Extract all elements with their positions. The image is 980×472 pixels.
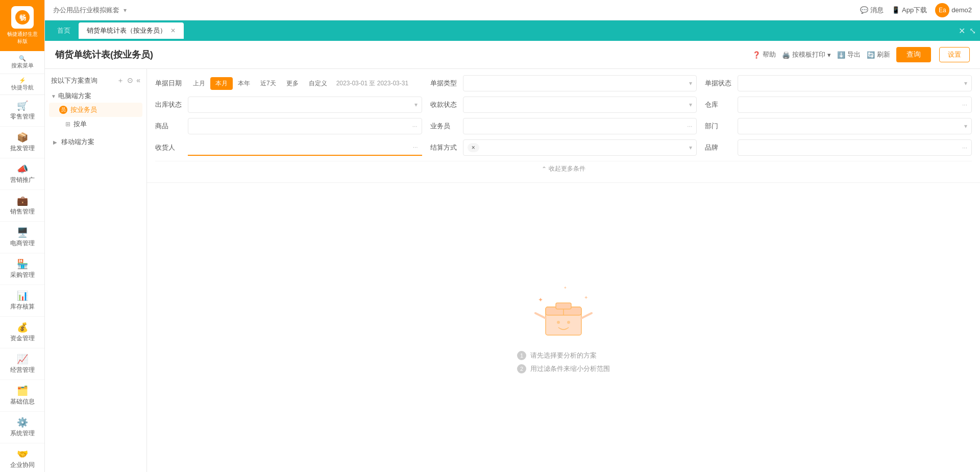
export-icon: ⬇️: [837, 51, 845, 59]
refresh-label: 刷新: [877, 50, 890, 59]
tab-home[interactable]: 首页: [49, 22, 79, 39]
wholesale-label: 批发管理: [10, 144, 35, 153]
date-tab-7days[interactable]: 近7天: [255, 77, 281, 90]
empty-steps: 1 请先选择要分析的方案 2 用过滤条件来缩小分析范围: [517, 351, 610, 373]
sales-label: 销售管理: [10, 207, 35, 216]
date-tab-custom[interactable]: 自定义: [304, 77, 332, 90]
filter-goods: 商品 ···: [155, 118, 422, 134]
collapse-btn[interactable]: ⌃ 收起更多条件: [155, 161, 972, 176]
dept-control[interactable]: ▾: [738, 118, 972, 134]
refresh-btn[interactable]: 🔄 刷新: [867, 50, 890, 59]
add-scheme-btn[interactable]: ＋: [117, 76, 124, 85]
goods-control[interactable]: ···: [188, 118, 422, 134]
order-scheme-icon: ⊞: [65, 121, 70, 128]
payment-status-chevron: ▾: [689, 101, 692, 108]
scheme-item-by-order[interactable]: ⊞ 按单: [49, 117, 142, 131]
export-btn[interactable]: ⬇️ 导出: [837, 50, 861, 59]
svg-text:✦: ✦: [584, 295, 588, 300]
out-status-control[interactable]: ▾: [188, 97, 422, 113]
date-tab-this-year[interactable]: 本年: [233, 77, 255, 90]
order-scheme-label: 按单: [74, 120, 87, 129]
step-2-text: 用过滤条件来缩小分析范围: [530, 364, 610, 373]
collapse-panel-btn[interactable]: «: [136, 76, 140, 85]
sidebar-item-basic[interactable]: 🗂️ 基础信息: [0, 380, 44, 412]
filter-row-3: 商品 ··· 业务员 ··· 部门: [155, 118, 972, 134]
filter-row-4: 收货人 ··· 结算方式 × ▾: [155, 139, 972, 156]
ecommerce-label: 电商管理: [10, 239, 35, 248]
brand-label: 品牌: [705, 143, 733, 152]
scheme-group-mobile[interactable]: ▶ 移动端方案: [45, 135, 146, 149]
sidebar-item-inventory[interactable]: 📊 库存核算: [0, 285, 44, 317]
tab-home-label: 首页: [57, 26, 70, 35]
tab-sales-stats[interactable]: 销货单统计表（按业务员） ✕: [79, 22, 184, 39]
main-area: 办公用品行业模拟账套 ▾ 💬 消息 📱 App下载 Ea demo2 首页: [45, 0, 980, 472]
doc-type-control[interactable]: ▾: [463, 75, 697, 91]
app-download-btn[interactable]: 📱 App下载: [892, 6, 927, 15]
tab-close-btn[interactable]: ✕: [170, 28, 176, 34]
help-btn[interactable]: ❓ 帮助: [752, 50, 776, 59]
brand-control[interactable]: ···: [738, 139, 972, 156]
user-menu[interactable]: Ea demo2: [935, 3, 972, 17]
content-area: 销货单统计表(按业务员) ❓ 帮助 🖨️ 按模板打印 ▾ ⬇️ 导出 🔄 刷: [45, 41, 980, 472]
settlement-label: 结算方式: [430, 143, 459, 152]
settlement-tag: ×: [468, 143, 479, 152]
expand-icon[interactable]: ⤡: [969, 26, 976, 36]
export-label: 导出: [847, 50, 861, 59]
settlement-tag-x[interactable]: ×: [472, 144, 475, 151]
message-label: 消息: [870, 6, 884, 15]
payment-status-control[interactable]: ▾: [463, 97, 697, 113]
print-icon: 🖨️: [782, 51, 790, 59]
sidebar-item-marketing[interactable]: 📣 营销推广: [0, 158, 44, 190]
sidebar-search[interactable]: 🔍 搜索菜单: [0, 51, 44, 74]
sales-icon: 💼: [17, 195, 28, 206]
sidebar-item-system[interactable]: ⚙️ 系统管理: [0, 412, 44, 443]
enterprise-icon: 🤝: [17, 449, 28, 460]
top-menu-dropdown[interactable]: ▾: [124, 7, 127, 14]
sidebar-item-enterprise[interactable]: 🤝 企业协同: [0, 443, 44, 472]
warehouse-label: 仓库: [705, 100, 733, 109]
tabbar-actions: ✕ ⤡: [959, 26, 976, 36]
doc-status-control[interactable]: ▾: [738, 75, 972, 91]
filter-settlement: 结算方式 × ▾: [430, 139, 697, 156]
sidebar-item-retail[interactable]: 🛒 零售管理: [0, 95, 44, 127]
settings-btn[interactable]: 设置: [939, 47, 970, 62]
download-icon: 📱: [892, 6, 900, 14]
inventory-label: 库存核算: [10, 302, 35, 311]
sidebar-item-sales[interactable]: 💼 销售管理: [0, 190, 44, 222]
sidebar-item-finance[interactable]: 💰 资金管理: [0, 317, 44, 348]
sidebar-logo[interactable]: 畅 畅捷通好生意 标版: [0, 0, 44, 51]
finance-label: 资金管理: [10, 334, 35, 343]
user-name: demo2: [951, 6, 972, 14]
sidebar-item-operations[interactable]: 📈 经营管理: [0, 348, 44, 380]
warehouse-control[interactable]: ···: [738, 97, 972, 113]
out-status-chevron: ▾: [414, 101, 418, 108]
message-btn[interactable]: 💬 消息: [860, 6, 884, 15]
doc-type-label: 单据类型: [430, 79, 459, 88]
filter-warehouse: 仓库 ···: [705, 97, 972, 113]
scheme-group-desktop-header[interactable]: ▼ 电脑端方案: [49, 89, 142, 103]
salesperson-control[interactable]: ···: [463, 118, 697, 134]
date-tab-this-month[interactable]: 本月: [210, 77, 233, 90]
query-btn[interactable]: 查询: [896, 47, 931, 62]
consignee-control[interactable]: ···: [188, 139, 422, 156]
refresh-icon: 🔄: [867, 51, 875, 59]
ecommerce-icon: 🖥️: [17, 227, 28, 238]
brand-dots: ···: [962, 144, 967, 151]
sidebar-item-ecommerce[interactable]: 🖥️ 电商管理: [0, 222, 44, 253]
marketing-label: 营销推广: [10, 176, 35, 184]
template-print-btn[interactable]: 🖨️ 按模板打印 ▾: [782, 50, 831, 59]
wholesale-icon: 📦: [17, 132, 28, 143]
logo-text: 畅捷通好生意 标版: [7, 31, 38, 45]
date-tab-last-month[interactable]: 上月: [188, 77, 210, 90]
quick-label: 快捷导航: [11, 84, 34, 91]
edit-scheme-btn[interactable]: ⊙: [127, 76, 133, 85]
scheme-item-by-staff[interactable]: 员 按业务员: [49, 103, 142, 117]
settlement-control[interactable]: × ▾: [463, 139, 697, 156]
sidebar-quick-nav[interactable]: ⚡ 快捷导航: [0, 74, 44, 95]
sidebar-item-wholesale[interactable]: 📦 批发管理: [0, 127, 44, 158]
date-tab-more[interactable]: 更多: [281, 77, 304, 90]
close-tab-icon[interactable]: ✕: [959, 26, 965, 36]
avatar: Ea: [935, 3, 949, 17]
filter-doc-type: 单据类型 ▾: [430, 75, 697, 91]
sidebar-item-purchase[interactable]: 🏪 采购管理: [0, 253, 44, 285]
